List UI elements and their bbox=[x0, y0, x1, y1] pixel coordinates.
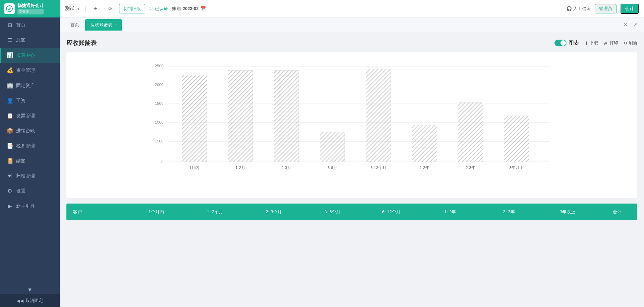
calendar-icon[interactable]: 📅 bbox=[201, 6, 206, 11]
sidebar-item-trade[interactable]: 📦 进销台账 bbox=[0, 123, 60, 138]
sidebar-item-label: 进销台账 bbox=[16, 128, 35, 134]
tab-home[interactable]: 首页 bbox=[65, 19, 85, 31]
svg-text:1-2年: 1-2年 bbox=[420, 165, 429, 170]
sidebar-item-ledger[interactable]: ☰ 总账 bbox=[0, 33, 60, 48]
assets-icon: 🏢 bbox=[7, 82, 13, 89]
download-label: 下载 bbox=[590, 40, 598, 46]
chart-toggle-wrap: 图表 bbox=[554, 40, 579, 47]
close-window-button[interactable]: ✕ bbox=[622, 20, 629, 29]
table-header-row: 客户 1个月内 1~2个月 2~3个月 3~6个月 6~12个月 1~2年 2~… bbox=[66, 204, 637, 220]
cancel-fixed-button[interactable]: ◀◀ 取消固定 bbox=[0, 294, 60, 307]
chart-toggle[interactable] bbox=[554, 40, 567, 46]
page-actions: 图表 ⬇ 下载 🖨 打印 ↻ 刷新 bbox=[554, 40, 637, 47]
bar-1-2年 bbox=[412, 125, 437, 162]
col-2-3month: 2~3个月 bbox=[245, 204, 303, 220]
switch-version-button[interactable]: 切到旧版 bbox=[119, 4, 145, 13]
svg-text:1000: 1000 bbox=[155, 120, 164, 124]
sidebar-item-label: 发票管理 bbox=[16, 113, 35, 119]
settings-icon: ⚙ bbox=[7, 188, 13, 194]
sidebar-item-label: 报表中心 bbox=[16, 52, 35, 58]
sidebar-item-label: 设置 bbox=[16, 188, 25, 194]
sidebar-nav: ⊞ 首页 ☰ 总账 📊 报表中心 💰 资金管理 🏢 固定资产 👤 工资 📋 发票… bbox=[0, 17, 60, 286]
shield-icon: 🛡 bbox=[149, 6, 154, 11]
chart-container: 0 500 1000 1500 2000 2500 1月内 1-2月 bbox=[66, 52, 637, 198]
bar-2-3年 bbox=[458, 102, 483, 162]
tabbar: 首页 应收账龄表 × ✕ ⤢ bbox=[60, 17, 644, 32]
divider-1: | bbox=[85, 5, 86, 12]
svg-text:2000: 2000 bbox=[155, 82, 164, 87]
refresh-button[interactable]: ↻ 刷新 bbox=[624, 40, 637, 46]
invoice-icon: 📋 bbox=[7, 113, 13, 119]
payroll-icon: 👤 bbox=[7, 97, 13, 104]
sidebar-item-assets[interactable]: 🏢 固定资产 bbox=[0, 78, 60, 93]
sidebar-item-label: 总账 bbox=[16, 37, 25, 43]
headphone-icon: 🎧 bbox=[567, 6, 572, 11]
sidebar-item-label: 固定资产 bbox=[16, 83, 35, 89]
cancel-fixed-label: 取消固定 bbox=[25, 298, 43, 304]
tab-accounts-aging[interactable]: 应收账龄表 × bbox=[85, 19, 122, 31]
trade-icon: 📦 bbox=[7, 128, 13, 134]
svg-text:3-6月: 3-6月 bbox=[328, 165, 337, 170]
svg-text:2-3月: 2-3月 bbox=[281, 165, 291, 170]
svg-text:1500: 1500 bbox=[155, 101, 164, 105]
app-version: 专业版 bbox=[17, 9, 44, 14]
svg-text:1-2月: 1-2月 bbox=[235, 165, 245, 170]
accounting-period: 账期 2023-02 📅 bbox=[172, 6, 206, 12]
sidebar-item-tax[interactable]: 📑 税务管理 bbox=[0, 138, 60, 154]
page-content: 应收账龄表 图表 ⬇ 下载 🖨 打印 ↻ 刷新 bbox=[60, 32, 644, 307]
sidebar-item-reports[interactable]: 📊 报表中心 bbox=[0, 48, 60, 63]
sidebar-item-home[interactable]: ⊞ 首页 bbox=[0, 17, 60, 33]
sidebar-item-label: 结账 bbox=[16, 158, 25, 164]
sidebar-item-settings[interactable]: ⚙ 设置 bbox=[0, 183, 60, 199]
page-title: 应收账龄表 bbox=[66, 39, 97, 47]
tax-icon: 📑 bbox=[7, 143, 13, 149]
cancel-fixed-icon: ◀◀ bbox=[17, 298, 23, 303]
admin-button[interactable]: 管理员 bbox=[595, 4, 616, 13]
home-icon: ⊞ bbox=[7, 22, 13, 28]
active-tab-label: 应收账龄表 bbox=[91, 22, 112, 28]
sidebar-item-archive[interactable]: 🗄 归档管理 bbox=[0, 169, 60, 183]
sidebar-item-invoice[interactable]: 📋 发票管理 bbox=[0, 108, 60, 123]
sidebar-item-label: 工资 bbox=[16, 98, 25, 104]
certified-label: 已认证 bbox=[155, 6, 168, 12]
sidebar-item-label: 税务管理 bbox=[16, 143, 35, 149]
reports-icon: 📊 bbox=[7, 52, 13, 58]
print-button[interactable]: 🖨 打印 bbox=[604, 40, 618, 46]
period-value: 2023-02 bbox=[183, 6, 199, 11]
role-button[interactable]: 会计 bbox=[621, 4, 639, 14]
period-label: 账期 bbox=[172, 6, 181, 12]
sidebar-item-guide[interactable]: ▶ 新手引导 bbox=[0, 199, 60, 214]
sidebar-item-label: 新手引导 bbox=[16, 203, 35, 209]
sidebar-item-settlement[interactable]: 📔 结账 bbox=[0, 154, 60, 169]
download-button[interactable]: ⬇ 下载 bbox=[585, 40, 598, 46]
col-3plus-year: 3年以上 bbox=[538, 204, 597, 220]
download-icon: ⬇ bbox=[585, 41, 588, 46]
svg-text:6-12个月: 6-12个月 bbox=[371, 165, 386, 170]
service-button[interactable]: 🎧 人工咨询 bbox=[567, 6, 591, 12]
svg-text:2500: 2500 bbox=[155, 63, 164, 68]
col-3-6month: 3~6个月 bbox=[303, 204, 362, 220]
settings-button[interactable]: ⚙ bbox=[105, 4, 115, 13]
chart-toggle-label: 图表 bbox=[569, 40, 579, 47]
col-6-12month: 6~12个月 bbox=[362, 204, 421, 220]
project-name: 测试 bbox=[65, 6, 74, 12]
col-1month: 1个月内 bbox=[127, 204, 185, 220]
expand-button[interactable]: ⤢ bbox=[632, 20, 639, 29]
close-tab-icon[interactable]: × bbox=[114, 23, 116, 27]
svg-text:500: 500 bbox=[157, 139, 163, 143]
col-customer: 客户 bbox=[66, 204, 127, 220]
sidebar-logo: 畅捷通好会计 专业版 bbox=[0, 0, 60, 17]
settlement-icon: 📔 bbox=[7, 158, 13, 164]
refresh-label: 刷新 bbox=[629, 40, 637, 46]
svg-text:2-3年: 2-3年 bbox=[466, 165, 475, 170]
project-selector[interactable]: 测试 ▼ bbox=[65, 6, 80, 12]
sidebar-item-funds[interactable]: 💰 资金管理 bbox=[0, 63, 60, 78]
app-name: 畅捷通好会计 bbox=[17, 3, 44, 9]
sidebar-item-label: 资金管理 bbox=[16, 68, 35, 74]
service-label: 人工咨询 bbox=[573, 6, 591, 12]
scroll-down-arrow[interactable]: ▼ bbox=[0, 286, 60, 294]
col-2-3year: 2~3年 bbox=[480, 204, 538, 220]
bar-1月内 bbox=[182, 75, 207, 162]
sidebar-item-payroll[interactable]: 👤 工资 bbox=[0, 93, 60, 108]
add-button[interactable]: ＋ bbox=[90, 4, 101, 13]
